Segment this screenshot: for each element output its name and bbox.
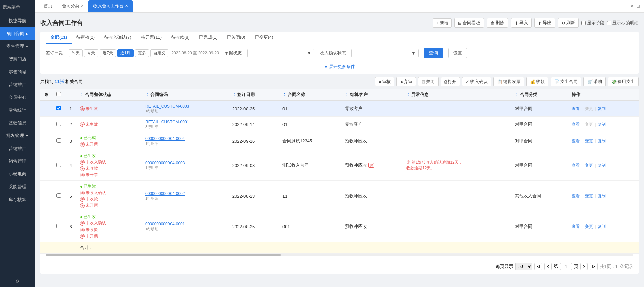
per-page-select[interactable]: 50 20 100 (515, 263, 532, 270)
row3-copy-btn[interactable]: 复制 (598, 139, 606, 144)
sidebar-item-retail-mgmt[interactable]: 零售管理 ▼ (0, 40, 35, 53)
sidebar-item-retail-ecom[interactable]: 零售商城 (0, 66, 35, 78)
income-confirm-btn[interactable]: ✓ 收入确认 (462, 77, 491, 86)
row2-checkbox-cell[interactable] (52, 117, 65, 132)
sub-tab-pending-payment[interactable]: 待收款(8) (166, 32, 194, 44)
page-input[interactable] (560, 263, 572, 270)
date-btn-yesterday[interactable]: 昨天 (69, 49, 83, 57)
last-page-btn[interactable]: ⊳ (590, 263, 598, 270)
row3-checkbox-cell[interactable] (52, 132, 65, 150)
sub-tab-changed[interactable]: 已变更(4) (250, 32, 278, 44)
sort-icon-abnormal[interactable]: ≑ (406, 92, 410, 97)
sidebar-item-member[interactable]: 会员中心 (0, 91, 35, 104)
sidebar-item-batch-mgmt[interactable]: 批发管理 ▼ (0, 129, 35, 142)
settings-button[interactable]: 设置 (448, 48, 467, 58)
expand-conditions-btn[interactable]: ▼ 展开更多条件 (324, 64, 355, 70)
row1-checkbox-cell[interactable] (52, 101, 65, 117)
new-button[interactable]: + 新增 (433, 18, 452, 28)
tab-income-workbench[interactable]: 收入合同工作台 ✕ (88, 0, 133, 12)
row2-code-link[interactable]: RETAIL_CUSTOM-0001 (145, 120, 189, 124)
sub-tab-pending-income[interactable]: 待收入确认(7) (100, 32, 136, 44)
sidebar-item-project[interactable]: 项目合同 ▶ (0, 27, 35, 40)
doc-status-select[interactable]: ▼ (247, 49, 314, 57)
prev-page-btn[interactable]: < (544, 263, 552, 270)
row6-copy-btn[interactable]: 复制 (598, 224, 606, 229)
row6-change-btn[interactable]: 变更 (585, 224, 593, 229)
row3-checkbox[interactable] (56, 138, 61, 143)
row6-checkbox-cell[interactable] (52, 211, 65, 242)
row4-view-btn[interactable]: 查看 (572, 163, 580, 168)
sidebar-settings[interactable]: ⚙ (0, 275, 35, 287)
sub-tab-closed[interactable]: 已关闭(0) (222, 32, 250, 44)
date-btn-today[interactable]: 今天 (84, 49, 98, 57)
row2-view-btn[interactable]: 查看 (572, 122, 580, 127)
sidebar-item-smart-store[interactable]: 智慧门店 (0, 53, 35, 66)
row4-checkbox[interactable] (56, 163, 61, 167)
sidebar-search[interactable]: 搜索菜单 (0, 0, 35, 14)
review-button[interactable]: ● 审核 (375, 77, 394, 86)
next-page-btn[interactable]: > (580, 263, 588, 270)
tab-contract-cat-close[interactable]: ✕ (81, 4, 84, 8)
payout-button[interactable]: 📄 支出合同 (551, 77, 581, 86)
scrollbar-thumb[interactable] (46, 254, 281, 256)
query-button[interactable]: 查询 (424, 48, 443, 58)
row4-checkbox-cell[interactable] (52, 150, 65, 181)
tab-contract-cat[interactable]: 合同分类 ✕ (57, 0, 88, 12)
row6-view-btn[interactable]: 查看 (572, 224, 580, 229)
sales-invoice-button[interactable]: 📋 销售发票 (493, 77, 524, 86)
col-settings[interactable]: ⚙ (40, 89, 52, 101)
export-button[interactable]: ⬆ 导出 (534, 18, 555, 28)
show-stages-checkbox[interactable]: 显示阶段 (581, 20, 604, 26)
close-window-icon[interactable]: ✕ (630, 4, 634, 9)
row1-copy-btn[interactable]: 复制 (598, 106, 606, 111)
sub-tab-pending-review[interactable]: 待审核(2) (72, 32, 100, 44)
sub-tab-done[interactable]: 已完成(1) (194, 32, 222, 44)
row2-checkbox[interactable] (56, 122, 61, 126)
sort-icon-date[interactable]: ≑ (232, 92, 236, 97)
select-all-checkbox[interactable] (56, 92, 61, 96)
sort-icon-name[interactable]: ≑ (282, 92, 286, 97)
row5-copy-btn[interactable]: 复制 (598, 194, 606, 198)
row1-code-link[interactable]: RETAIL_CUSTOM-0003 (145, 104, 189, 109)
row5-change-btn[interactable]: 变更 (585, 194, 593, 198)
show-labels-checkbox[interactable]: 显示标的明细 (607, 20, 639, 26)
sidebar-quick-nav[interactable]: 快捷导航 (0, 14, 35, 27)
purchase-button[interactable]: 🛒 采购 (583, 77, 606, 86)
row4-copy-btn[interactable]: 复制 (598, 163, 606, 168)
sidebar-item-sales-mgmt[interactable]: 销售管理 (0, 155, 35, 168)
row4-code-link[interactable]: 0000000000004-0003 (145, 161, 185, 165)
income-confirm-select[interactable]: ▼ (351, 49, 419, 57)
col-checkbox[interactable] (52, 89, 65, 101)
sidebar-item-purchase[interactable]: 采购管理 (0, 180, 35, 193)
row5-code-link[interactable]: 0000000000004-0002 (145, 191, 185, 196)
row1-change-btn[interactable]: 变更 (585, 106, 593, 111)
refresh-button[interactable]: ↻ 刷新 (558, 18, 579, 28)
expense-button[interactable]: 💸 费用支出 (608, 77, 639, 86)
first-page-btn[interactable]: ⊲ (534, 263, 542, 270)
date-btn-last7days[interactable]: 近7天 (100, 49, 116, 57)
tab-income-workbench-close[interactable]: ✕ (125, 4, 128, 8)
row2-change-btn[interactable]: 变更 (585, 122, 593, 127)
sidebar-item-marketing[interactable]: 营销推广 (0, 78, 35, 91)
sidebar-item-inventory[interactable]: 库存核算 (0, 193, 35, 206)
row2-copy-btn[interactable]: 复制 (598, 122, 606, 127)
row3-change-btn[interactable]: 变更 (585, 139, 593, 144)
sort-icon-code[interactable]: ≑ (145, 92, 149, 97)
horizontal-scrollbar[interactable] (46, 254, 633, 256)
close-contract-button[interactable]: ⊠ 关闭 (418, 77, 439, 86)
print-button[interactable]: ⎙ 打开 (441, 77, 460, 86)
row1-view-btn[interactable]: 查看 (572, 106, 580, 111)
row5-checkbox-cell[interactable] (52, 181, 65, 211)
import-button[interactable]: ⬇ 导入 (511, 18, 532, 28)
sort-icon-category[interactable]: ≑ (515, 92, 519, 97)
abandon-button[interactable]: ● 弃审 (396, 77, 416, 86)
date-btn-more[interactable]: 更多 (135, 49, 149, 57)
sidebar-item-retail-stat[interactable]: 零售统计 (0, 104, 35, 117)
show-labels-input[interactable] (607, 21, 611, 25)
row1-checkbox[interactable] (56, 106, 61, 110)
row5-view-btn[interactable]: 查看 (572, 194, 580, 198)
date-btn-last1month[interactable]: 近1月 (117, 49, 134, 57)
delete-button[interactable]: 🗑 删除 (487, 18, 508, 28)
row6-checkbox[interactable] (56, 224, 61, 228)
contract-board-button[interactable]: ⊞ 合同看板 (454, 18, 484, 28)
